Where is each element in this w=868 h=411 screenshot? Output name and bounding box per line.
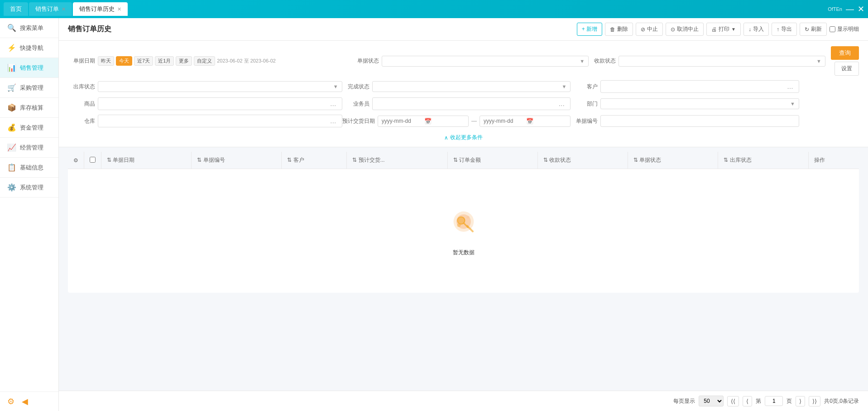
sidebar-item-purchase-mgmt-label: 采购管理 <box>20 84 43 92</box>
filter-bill-date: 单据日期 昨天 今天 近7天 近1月 更多 自定义 2023-06-02 至 2… <box>68 56 352 66</box>
th-checkbox[interactable] <box>84 152 101 169</box>
sidebar-collapse-icon[interactable]: ◀ <box>22 396 28 406</box>
date-chip-1month[interactable]: 近1月 <box>155 56 174 66</box>
data-table: ⚙ ⇅ 单据日期 ⇅ 单据编号 <box>68 152 859 293</box>
collapse-more-icon: ∧ <box>444 135 448 141</box>
date-chip-today[interactable]: 今天 <box>116 56 132 66</box>
filter-out-status-select[interactable]: ▼ <box>98 81 342 92</box>
sidebar-settings-icon[interactable]: ⚙ <box>7 396 14 406</box>
cancel-stop-button[interactable]: ⊙ 取消中止 <box>666 23 704 36</box>
filter-bill-no-input[interactable] <box>600 115 799 127</box>
sidebar-item-search-menu[interactable]: 🔍 搜索菜单 <box>0 18 58 38</box>
delete-button[interactable]: 🗑 删除 <box>605 23 633 36</box>
filter-salesperson-select[interactable]: … <box>372 97 571 110</box>
sidebar-item-sales-mgmt[interactable]: 📊 销售管理 <box>0 58 58 78</box>
filter-goods-dots[interactable]: … <box>328 100 338 107</box>
th-receipt-status[interactable]: ⇅ 收款状态 <box>537 152 628 169</box>
filter-goods-select[interactable]: … <box>98 97 342 110</box>
page-input[interactable] <box>765 396 783 406</box>
filter-delivery-date: 预计交货日期 📅 — 📅 <box>342 116 571 127</box>
filter-bill-status-select[interactable]: ▼ <box>382 56 589 67</box>
sidebar-item-quick-nav[interactable]: ⚡ 快捷导航 <box>0 38 58 58</box>
sidebar-item-purchase-mgmt[interactable]: 🛒 采购管理 <box>0 78 58 98</box>
filter-warehouse-dots[interactable]: … <box>328 117 338 125</box>
basic-info-icon: 📋 <box>7 163 16 172</box>
th-customer[interactable]: ⇅ 客户 <box>282 152 347 169</box>
tab-home[interactable]: 首页 <box>4 2 28 16</box>
delete-button-label: 删除 <box>617 25 628 33</box>
date-filter-wrap: 昨天 今天 近7天 近1月 更多 自定义 2023-06-02 至 2023-0… <box>98 56 352 66</box>
page-title: 销售订单历史 <box>68 24 111 34</box>
select-all-checkbox[interactable] <box>90 157 96 163</box>
delivery-date-start-input[interactable] <box>382 118 422 124</box>
collapse-more-button[interactable]: ∧ 收起更多条件 <box>68 132 859 141</box>
th-settings[interactable]: ⚙ <box>68 152 84 169</box>
tab-sales-order[interactable]: 销售订单 ✕ <box>29 2 72 16</box>
th-bill-status[interactable]: ⇅ 单据状态 <box>628 152 718 169</box>
filter-bill-status-arrow: ▼ <box>580 58 585 64</box>
last-page-button[interactable]: ⟩⟩ <box>809 396 820 406</box>
prev-page-button[interactable]: ⟨ <box>743 396 752 406</box>
import-button[interactable]: ↓ 导入 <box>743 23 769 36</box>
filter-dept-select[interactable]: ▼ <box>600 98 799 109</box>
new-button[interactable]: + 新增 <box>577 23 602 36</box>
purchase-mgmt-icon: 🛒 <box>7 83 16 92</box>
tab-sales-order-history-label: 销售订单历史 <box>79 5 115 13</box>
filter-dept-arrow: ▼ <box>790 101 795 106</box>
th-out-status[interactable]: ⇅ 出库状态 <box>718 152 808 169</box>
cancel-stop-icon: ⊙ <box>671 26 675 33</box>
query-button[interactable]: 查询 <box>831 46 859 60</box>
table-gear-icon[interactable]: ⚙ <box>73 157 78 164</box>
display-detail-input[interactable] <box>830 26 835 32</box>
filter-delivery-date-label: 预计交货日期 <box>342 117 375 125</box>
date-chip-yesterday[interactable]: 昨天 <box>98 56 114 66</box>
th-order-amount[interactable]: ⇅ 订单金额 <box>447 152 537 169</box>
th-delivery-date[interactable]: ⇅ 预计交货... <box>347 152 447 169</box>
page-size-select[interactable]: 50 10 20 100 <box>699 396 724 406</box>
date-chip-more[interactable]: 更多 <box>176 56 192 66</box>
tab-sales-order-history-close[interactable]: ✕ <box>117 6 121 12</box>
tab-sales-order-history[interactable]: 销售订单历史 ✕ <box>73 2 128 16</box>
th-bill-date[interactable]: ⇅ 单据日期 <box>101 152 192 169</box>
stop-button[interactable]: ⊘ 中止 <box>636 23 663 36</box>
print-button[interactable]: 🖨 打印 ▼ <box>706 23 741 36</box>
page-label: 第 <box>756 397 761 405</box>
export-button-label: 导出 <box>781 25 792 33</box>
filter-bill-no: 单据编号 <box>571 115 799 127</box>
date-chip-7days[interactable]: 近7天 <box>134 56 153 66</box>
display-detail-checkbox[interactable]: 显示明细 <box>830 25 859 33</box>
refresh-button[interactable]: ↻ 刷新 <box>800 23 827 36</box>
filter-salesperson-dots[interactable]: … <box>556 100 566 107</box>
next-page-button[interactable]: ⟩ <box>796 396 805 406</box>
th-bill-no[interactable]: ⇅ 单据编号 <box>192 152 282 169</box>
th-customer-label: ⇅ 客户 <box>287 156 304 164</box>
sidebar-item-operations[interactable]: 📈 经营管理 <box>0 138 58 158</box>
sidebar: 🔍 搜索菜单 ⚡ 快捷导航 📊 销售管理 🛒 采购管理 📦 库存核算 💰 资金管… <box>0 18 59 411</box>
date-chip-custom[interactable]: 自定义 <box>194 56 215 66</box>
filter-customer-select[interactable]: … <box>600 80 799 93</box>
delivery-date-end-calendar[interactable]: 📅 <box>526 118 533 125</box>
first-page-button[interactable]: ⟨⟨ <box>727 396 739 406</box>
sidebar-item-system[interactable]: ⚙️ 系统管理 <box>0 178 58 198</box>
window-close-button[interactable]: ✕ <box>858 4 864 14</box>
delivery-date-end-input[interactable] <box>484 118 524 124</box>
set-button[interactable]: 设置 <box>834 62 859 76</box>
query-set-area: 查询 设置 <box>831 46 859 76</box>
export-button[interactable]: ↑ 导出 <box>772 23 797 36</box>
minimize-button[interactable]: — <box>846 5 854 14</box>
th-bill-status-label: ⇅ 单据状态 <box>633 156 661 164</box>
sidebar-item-inventory[interactable]: 📦 库存核算 <box>0 98 58 118</box>
sidebar-item-finance[interactable]: 💰 资金管理 <box>0 118 58 138</box>
delivery-date-start-calendar[interactable]: 📅 <box>424 118 432 125</box>
filter-customer-dots[interactable]: … <box>785 83 795 90</box>
sidebar-item-basic-info[interactable]: 📋 基础信息 <box>0 158 58 178</box>
tab-sales-order-label: 销售订单 <box>35 5 59 13</box>
filter-receipt-status-select[interactable]: ▼ <box>619 56 825 67</box>
th-out-status-label: ⇅ 出库状态 <box>724 156 751 164</box>
filter-warehouse-select[interactable]: … <box>98 115 342 127</box>
tab-sales-order-close[interactable]: ✕ <box>62 6 66 12</box>
filter-complete-status-select[interactable]: ▼ <box>372 81 571 92</box>
import-button-label: 导入 <box>753 25 764 33</box>
empty-state-illustration <box>446 205 482 242</box>
tab-home-label: 首页 <box>10 5 22 13</box>
